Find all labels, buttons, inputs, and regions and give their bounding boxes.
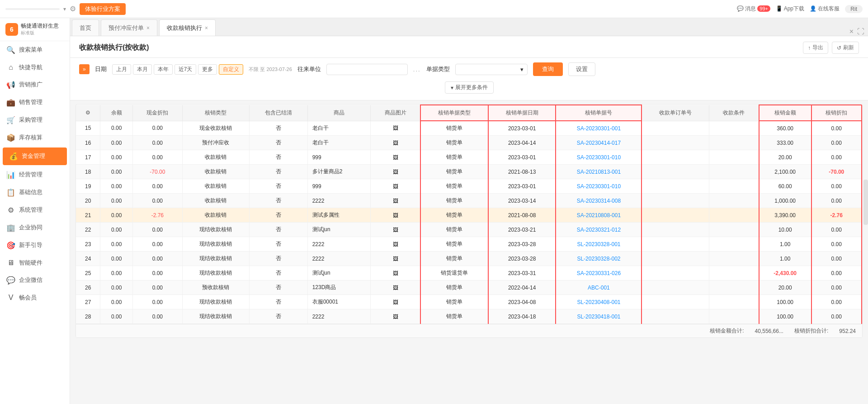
online-service-link[interactable]: 👤 在线客服 [810,5,840,13]
td-bill-no[interactable]: SL-20230418-001 [556,309,642,324]
tab-home[interactable]: 首页 [72,19,99,36]
search-bar-placeholder[interactable] [5,8,60,10]
sidebar-item-wechat[interactable]: 💬 企业微信 [0,271,70,289]
td-writeoff-type: 收款核销 [182,165,249,179]
td-writeoff-amount: 1.00 [759,237,811,252]
sidebar-item-basic[interactable]: 📋 基础信息 [0,184,70,201]
sidebar-item-enterprise[interactable]: 🏢 企业协同 [0,219,70,237]
basic-icon: 📋 [6,188,15,197]
td-bill-no[interactable]: SL-20230328-001 [556,237,642,252]
sidebar-item-label: 经营管理 [19,171,42,179]
td-bill-no[interactable]: SL-20230328-002 [556,252,642,266]
sidebar-item-operation[interactable]: 📊 经营管理 [0,166,70,184]
td-bill-no[interactable]: SA-20230331-026 [556,266,642,280]
date-btn-last-month[interactable]: 上月 [112,64,131,75]
td-bill-no[interactable]: SA-20230314-008 [556,194,642,208]
td-no: 23 [76,237,100,252]
td-balance: 0.00 [100,252,133,266]
sidebar-item-label: 企业微信 [19,276,42,284]
td-cash-discount: 0.00 [132,309,182,324]
td-bill-no[interactable]: SA-20230301-001 [556,121,642,136]
total-amount-label: 核销金额合计: [710,327,744,335]
company-filter-input[interactable] [326,64,408,75]
sidebar-item-label: 系统管理 [19,206,42,214]
date-btn-7days[interactable]: 近7天 [175,64,197,75]
export-button[interactable]: ↑ 导出 [803,42,828,54]
tab-close-all-icon[interactable]: × [849,28,854,36]
dropdown-arrow-icon[interactable]: ▾ [63,6,66,12]
td-bill-no[interactable]: SA-20230301-010 [556,150,642,165]
date-btn-custom[interactable]: 自定义 [219,64,243,75]
td-bill-no[interactable]: ABC-001 [556,280,642,295]
tab-prepay-close[interactable]: × [146,25,150,31]
message-area[interactable]: 💬 消息 99+ [737,5,770,13]
date-btn-this-month[interactable]: 本月 [133,64,152,75]
th-gear[interactable]: ⚙ [76,105,100,121]
td-include-cleared: 否 [249,266,307,280]
td-receipt-order [642,194,709,208]
td-receipt-condition [709,208,759,223]
user-name[interactable]: Rit [845,5,863,13]
enterprise-icon: 🏢 [6,223,15,232]
table-row: 190.000.00收款核销否999🖼销货单2023-03-01SA-20230… [76,179,862,194]
table-header-row: ⚙ 余额 现金折扣 核销类型 包含已结清 商品 商品图片 核销单据类型 核销单据… [76,105,862,121]
app-download-label: App下载 [784,5,804,12]
export-label: 导出 [812,44,823,52]
td-writeoff-type: 现结收款核销 [182,295,249,309]
sidebar-item-search[interactable]: 🔍 搜索菜单 [0,41,70,59]
tab-writeoff-close[interactable]: × [205,25,208,31]
sidebar-item-finance[interactable]: 💰 资金管理 [3,147,67,165]
sales-icon: 💼 [6,98,15,107]
sidebar-item-purchase[interactable]: 🛒 采购管理 [0,111,70,129]
filter-row: » 日期 上月 本月 本年 近7天 更多 自定义 不限 至 2023-07-26… [79,62,859,76]
sidebar-item-hardware[interactable]: 🖥 智能硬件 [0,254,70,271]
solution-button[interactable]: 体验行业方案 [80,3,126,15]
td-bill-no[interactable]: SA-20230321-012 [556,223,642,237]
sidebar-item-inventory[interactable]: 📦 库存核算 [0,129,70,147]
sidebar-item-nav[interactable]: ⌂ 快捷导航 [0,59,70,76]
td-receipt-order [642,295,709,309]
td-goods: 2222 [307,237,371,252]
td-no: 27 [76,295,100,309]
date-btn-more[interactable]: 更多 [198,64,217,75]
app-download-link[interactable]: 📱 App下载 [776,5,804,13]
td-bill-no[interactable]: SA-20210808-001 [556,208,642,223]
th-goods-image: 商品图片 [371,105,421,121]
setting-button[interactable]: 设置 [568,62,595,76]
td-bill-no[interactable]: SL-20230408-001 [556,295,642,309]
sidebar-item-system[interactable]: ⚙ 系统管理 [0,201,70,219]
th-bill-type: 核销单据类型 [420,105,488,121]
data-table-wrap: ⚙ 余额 现金折扣 核销类型 包含已结清 商品 商品图片 核销单据类型 核销单据… [75,104,863,338]
voucher-type-select[interactable]: ▾ [455,64,528,75]
sidebar-item-member[interactable]: V 畅会员 [0,289,70,306]
filter-expand-arrow[interactable]: » [79,64,90,74]
td-bill-type: 销货单 [420,223,488,237]
td-bill-no[interactable]: SA-20210813-001 [556,165,642,179]
td-cash-discount: -70.00 [132,165,182,179]
expand-more-button[interactable]: ▾ 展开更多条件 [445,81,494,94]
td-writeoff-amount: 100.00 [759,309,811,324]
td-writeoff-type: 现结收款核销 [182,266,249,280]
date-btn-this-year[interactable]: 本年 [154,64,173,75]
tab-expand-icon[interactable]: ⛶ [857,28,864,36]
td-writeoff-amount: 100.00 [759,295,811,309]
sidebar-item-marketing[interactable]: 📢 营销推广 [0,76,70,94]
td-bill-date: 2023-04-14 [488,136,556,150]
sidebar-item-guide[interactable]: 🎯 新手引导 [0,237,70,254]
td-goods: 999 [307,179,371,194]
td-cash-discount: 0.00 [132,266,182,280]
top-bar-left: ▾ ⚙ 体验行业方案 [5,3,126,15]
tab-writeoff[interactable]: 收款核销执行 × [159,19,216,36]
td-include-cleared: 否 [249,136,307,150]
sidebar-item-sales[interactable]: 💼 销售管理 [0,94,70,111]
query-button[interactable]: 查询 [533,62,563,76]
refresh-button[interactable]: ↺ 刷新 [832,42,859,54]
tab-prepay[interactable]: 预付冲应付单 × [101,19,157,36]
td-balance: 0.00 [100,150,133,165]
td-bill-no[interactable]: SA-20230301-010 [556,179,642,194]
td-no: 26 [76,280,100,295]
data-table: ⚙ 余额 现金折扣 核销类型 包含已结清 商品 商品图片 核销单据类型 核销单据… [76,105,862,324]
settings-icon[interactable]: ⚙ [70,5,76,13]
td-goods: 2222 [307,252,371,266]
td-bill-no[interactable]: SA-20230414-017 [556,136,642,150]
